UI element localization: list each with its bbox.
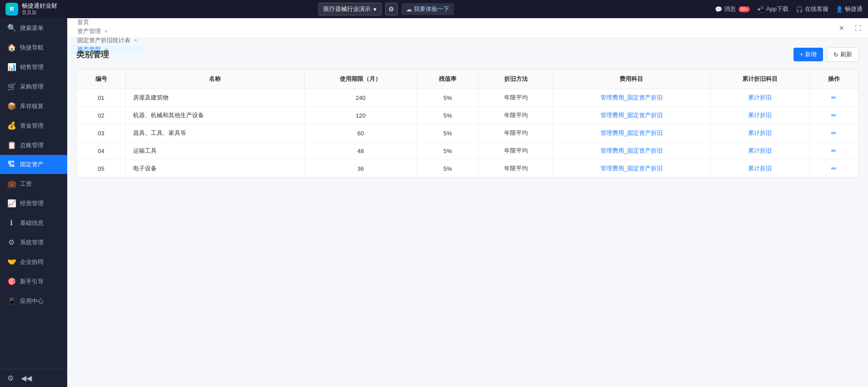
expense-account-link-4[interactable]: 管理费用_固定资产折旧	[600, 165, 663, 172]
sidebar-icon-guide: 🎯	[7, 277, 15, 286]
cell-operation-2[interactable]: ✏	[809, 124, 858, 142]
experience-button[interactable]: ☁ 我要体验一下	[402, 3, 454, 15]
new-button[interactable]: + 新增	[794, 48, 823, 61]
cell-depreciation_method-2: 年限平均	[479, 124, 553, 142]
cell-accumulated_account-3[interactable]: 累计折旧	[710, 142, 809, 160]
page-header: 类别管理 + 新增 ↻ 刷新	[76, 47, 859, 62]
col-header-accumulated_account: 累计折旧科目	[710, 69, 809, 89]
cell-operation-0[interactable]: ✏	[809, 89, 858, 107]
expense-account-link-1[interactable]: 管理费用_固定资产折旧	[600, 112, 663, 119]
col-header-residual_rate: 残值率	[417, 69, 478, 89]
tab-asset-management[interactable]: 资产管理×	[71, 27, 144, 36]
main-layout: 🔍 搜索菜单 🏠 快捷导航 📊 销售管理 🛒 采购管理 📦 库存核算 💰 资金管…	[0, 18, 868, 387]
cell-operation-3[interactable]: ✏	[809, 142, 858, 160]
expense-account-link-2[interactable]: 管理费用_固定资产折旧	[600, 129, 663, 136]
sidebar-item-guide[interactable]: 🎯 新手引导	[0, 272, 67, 291]
cell-period-3: 48	[304, 142, 417, 160]
sidebar-item-quick-nav[interactable]: 🏠 快捷导航	[0, 38, 67, 57]
sidebar-label-payroll: 工资	[20, 180, 32, 188]
sidebar-icon-quick-nav: 🏠	[7, 43, 15, 52]
online-service-button[interactable]: 🎧 在线客服	[796, 5, 828, 13]
sidebar-icon-search: 🔍	[7, 24, 15, 32]
notifications-label: 消息	[724, 5, 736, 13]
cell-operation-4[interactable]: ✏	[809, 160, 858, 178]
cell-expense_account-2[interactable]: 管理费用_固定资产折旧	[553, 124, 710, 142]
col-header-code: 编号	[77, 69, 126, 89]
user-menu[interactable]: 👤 畅捷通	[836, 5, 863, 13]
tab-home[interactable]: 首页	[71, 18, 144, 27]
sidebar-icon-purchase: 🛒	[7, 82, 15, 91]
col-header-expense_account: 费用科目	[553, 69, 710, 89]
app-download-button[interactable]: 📲 App下载	[757, 5, 789, 13]
industry-selector[interactable]: 医疗器械行业演示 ▾	[318, 3, 382, 15]
sidebar-label-quick-nav: 快捷导航	[20, 44, 44, 52]
sidebar-item-system[interactable]: ⚙ 系统管理	[0, 233, 67, 252]
top-bar: 财 畅捷通好业财 普及版 医疗器械行业演示 ▾ ⚙ ☁ 我要体验一下 💬 消息 …	[0, 0, 868, 18]
settings-button[interactable]: ⚙	[385, 3, 398, 15]
sidebar-item-inventory[interactable]: 📦 库存核算	[0, 96, 67, 116]
sidebar-icon-sales: 📊	[7, 63, 15, 71]
cell-depreciation_method-1: 年限平均	[479, 107, 553, 124]
table-row: 01房屋及建筑物2405%年限平均管理费用_固定资产折旧累计折旧✏	[77, 89, 858, 107]
sidebar-items: 🔍 搜索菜单 🏠 快捷导航 📊 销售管理 🛒 采购管理 📦 库存核算 💰 资金管…	[0, 18, 67, 311]
edit-icon-2[interactable]: ✏	[831, 129, 837, 137]
cell-expense_account-0[interactable]: 管理费用_固定资产折旧	[553, 89, 710, 107]
cloud-icon: ☁	[406, 6, 412, 13]
sidebar-item-app-center[interactable]: 📱 应用中心	[0, 291, 67, 311]
accumulated-account-link-0[interactable]: 累计折旧	[748, 94, 772, 101]
sidebar-item-funds[interactable]: 💰 资金管理	[0, 116, 67, 135]
edit-icon-0[interactable]: ✏	[831, 94, 837, 101]
sidebar-icon-fixed-assets: 🏗	[7, 160, 15, 169]
cell-period-1: 120	[304, 107, 417, 124]
collapse-icon[interactable]: ◀◀	[21, 374, 32, 382]
edit-icon-1[interactable]: ✏	[831, 112, 837, 119]
sidebar-item-search[interactable]: 🔍 搜索菜单	[0, 18, 67, 38]
sidebar-label-system: 系统管理	[20, 238, 44, 247]
edit-icon-3[interactable]: ✏	[831, 147, 837, 154]
industry-label: 医疗器械行业演示	[323, 5, 371, 13]
sidebar-item-ledger[interactable]: 📋 总账管理	[0, 135, 67, 155]
sidebar-icon-app-center: 📱	[7, 297, 15, 305]
notifications-button[interactable]: 💬 消息 99+	[715, 5, 750, 13]
expense-account-link-0[interactable]: 管理费用_固定资产折旧	[600, 94, 663, 101]
accumulated-account-link-1[interactable]: 累计折旧	[748, 112, 772, 119]
cell-accumulated_account-0[interactable]: 累计折旧	[710, 89, 809, 107]
logo-area: 财 畅捷通好业财 普及版	[5, 2, 57, 16]
cell-operation-1[interactable]: ✏	[809, 107, 858, 124]
cell-expense_account-3[interactable]: 管理费用_固定资产折旧	[553, 142, 710, 160]
sidebar-item-cooperation[interactable]: 🤝 企业协同	[0, 252, 67, 272]
sidebar-item-sales[interactable]: 📊 销售管理	[0, 57, 67, 77]
accumulated-account-link-4[interactable]: 累计折旧	[748, 165, 772, 172]
sidebar-item-operations[interactable]: 📈 经营管理	[0, 194, 67, 213]
table-row: 02机器、机械和其他生产设备1205%年限平均管理费用_固定资产折旧累计折旧✏	[77, 107, 858, 124]
cell-accumulated_account-4[interactable]: 累计折旧	[710, 160, 809, 178]
cell-accumulated_account-1[interactable]: 累计折旧	[710, 107, 809, 124]
cell-name-2: 器具、工具、家具等	[126, 124, 305, 142]
edit-icon-4[interactable]: ✏	[831, 165, 837, 172]
sidebar-item-payroll[interactable]: 💼 工资	[0, 174, 67, 194]
cell-period-2: 60	[304, 124, 417, 142]
tab-close-asset-management[interactable]: ×	[104, 28, 108, 35]
sidebar-icon-system: ⚙	[7, 238, 15, 247]
accumulated-account-link-3[interactable]: 累计折旧	[748, 147, 772, 154]
cell-accumulated_account-2[interactable]: 累计折旧	[710, 124, 809, 142]
sidebar-icon-payroll: 💼	[7, 179, 15, 188]
sidebar-icon-cooperation: 🤝	[7, 258, 15, 266]
app-name: 畅捷通好业财	[22, 2, 57, 10]
accumulated-account-link-2[interactable]: 累计折旧	[748, 129, 772, 136]
cell-code-3: 04	[77, 142, 126, 160]
cell-expense_account-1[interactable]: 管理费用_固定资产折旧	[553, 107, 710, 124]
expense-account-link-3[interactable]: 管理费用_固定资产折旧	[600, 147, 663, 154]
refresh-button[interactable]: ↻ 刷新	[827, 47, 859, 62]
expand-tab-button[interactable]: ⛶	[852, 22, 864, 35]
col-header-period: 使用期限（月）	[304, 69, 417, 89]
close-tab-button[interactable]: ✕	[835, 22, 848, 35]
sidebar-item-basic-info[interactable]: ℹ 基础信息	[0, 213, 67, 233]
cell-name-4: 电子设备	[126, 160, 305, 178]
settings-bottom-icon[interactable]: ⚙	[7, 374, 14, 382]
cell-expense_account-4[interactable]: 管理费用_固定资产折旧	[553, 160, 710, 178]
sidebar-icon-basic-info: ℹ	[7, 218, 15, 227]
cell-period-0: 240	[304, 89, 417, 107]
sidebar-item-purchase[interactable]: 🛒 采购管理	[0, 77, 67, 96]
sidebar-item-fixed-assets[interactable]: 🏗 固定资产	[0, 155, 67, 174]
